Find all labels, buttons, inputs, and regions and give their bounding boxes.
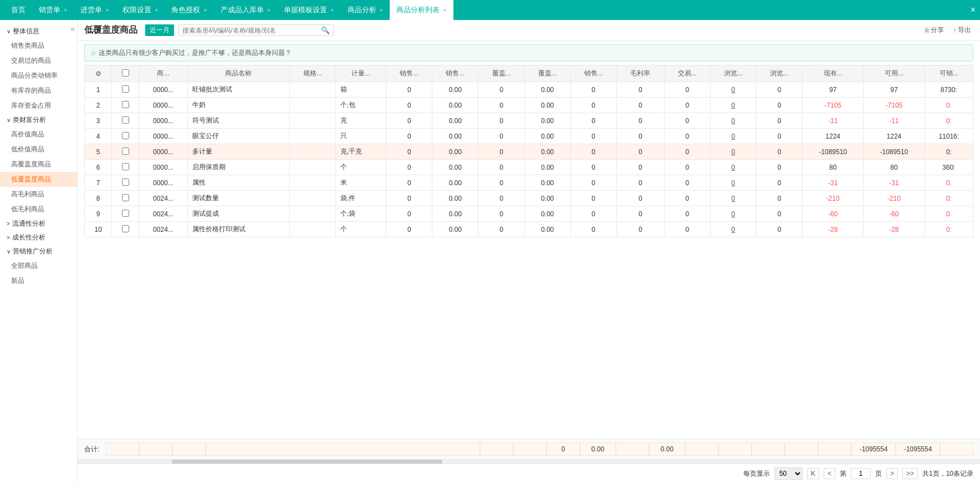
browse-link[interactable]: 0 [732,195,736,202]
sidebar-group-marketing[interactable]: ∨ 营销推广分析 [0,245,77,258]
row-stock-sale: 0: [925,191,973,206]
col-browse1[interactable]: 浏览... [710,65,756,82]
row-select-checkbox[interactable] [122,210,129,217]
sidebar-item-all-goods[interactable]: 全部商品 [0,258,77,273]
table-container[interactable]: ⚙ 商... 商品名称 规格... 计量... 销售... 销售... 覆盖..… [78,65,980,439]
browse-link[interactable]: 0 [732,133,736,140]
row-select-checkbox[interactable] [122,194,129,201]
browse-link[interactable]: 0 [732,210,736,218]
row-cover1: 0 [478,129,524,144]
select-all-checkbox[interactable] [122,69,129,77]
nav-purchase[interactable]: 进货单 × [74,0,115,20]
row-select-checkbox[interactable] [122,116,129,124]
col-sales-amt[interactable]: 销售... [432,65,478,82]
browse-link[interactable]: 0 [732,117,736,125]
table-row: 80024...测试数量袋,件00.0000.0000000-210-2100: [85,191,973,206]
nav-close-icon[interactable]: × [443,7,446,13]
nav-role[interactable]: 角色授权 × [165,0,213,20]
page-number-input[interactable] [851,468,871,479]
nav-close-icon[interactable]: × [330,7,334,13]
row-select-checkbox[interactable] [122,101,129,108]
row-select-checkbox[interactable] [122,163,129,170]
nav-permission[interactable]: 权限设置 × [116,0,165,20]
nav-close-icon[interactable]: × [267,7,270,13]
sidebar-group-growth[interactable]: > 成长性分析 [0,231,77,245]
col-gross-rate[interactable]: 毛利率 [616,65,664,82]
sidebar-item-stock-goods[interactable]: 有库存的商品 [0,83,77,98]
col-stock-now[interactable]: 现有... [803,65,864,82]
sidebar-item-high-gross[interactable]: 高毛利商品 [0,187,77,202]
col-coverage2[interactable]: 覆盖... [524,65,570,82]
nav-template[interactable]: 单据模板设置 × [277,0,340,20]
sidebar-item-high-coverage[interactable]: 高覆盖度商品 [0,157,77,172]
col-browse2[interactable]: 浏览... [756,65,802,82]
row-cover1: 0 [478,113,524,129]
time-filter-button[interactable]: 近一月 [145,24,174,36]
prev-page-button[interactable]: < [824,468,835,479]
sidebar-item-category-rate[interactable]: 商品分类动销率 [0,68,77,83]
col-code[interactable]: 商... [139,65,187,82]
sidebar-item-low-coverage[interactable]: 低覆盖度商品 [0,172,77,187]
search-icon[interactable]: 🔍 [321,26,330,34]
browse-link[interactable]: 0 [732,164,736,171]
row-cover1: 0 [478,191,524,206]
browse-link[interactable]: 0 [732,179,736,187]
browse-link[interactable]: 0 [732,226,736,233]
sidebar-item-high-value[interactable]: 高价值商品 [0,127,77,142]
row-select-checkbox[interactable] [122,85,129,93]
sidebar-item-low-gross[interactable]: 低毛利商品 [0,202,77,217]
sidebar-group-wealth[interactable]: ∨ 类财富分析 [0,113,77,127]
sidebar-collapse-button[interactable]: « [70,24,75,33]
nav-close-icon[interactable]: × [380,7,383,13]
nav-close-icon[interactable]: × [155,7,158,13]
export-button[interactable]: ↑ 导出 [951,24,973,36]
browse-link[interactable]: 0 [732,86,736,94]
col-sales-qty[interactable]: 销售... [386,65,432,82]
nav-close-icon[interactable]: × [64,7,67,13]
col-stock-avail[interactable]: 可用... [864,65,925,82]
sidebar-group-liquidity[interactable]: > 流通性分析 [0,217,77,231]
row-browse1: 0 [710,206,756,222]
col-name[interactable]: 商品名称 [187,65,289,82]
nav-home[interactable]: 首页 [4,0,32,20]
row-select-checkbox[interactable] [122,179,129,186]
col-coverage1[interactable]: 覆盖... [478,65,524,82]
nav-product-analysis[interactable]: 商品分析 × [341,0,390,20]
nav-product-analysis-list[interactable]: 商品分析列表 × [390,0,453,20]
col-settings[interactable]: ⚙ [85,65,112,82]
page-size-select[interactable]: 50 100 200 [774,467,803,480]
sidebar-item-traded-goods[interactable]: 交易过的商品 [0,53,77,68]
browse-link[interactable]: 0 [732,101,736,109]
col-unit[interactable]: 计量... [335,65,386,82]
col-stock-sale[interactable]: 可销... [925,65,973,82]
col-sales3[interactable]: 销售... [570,65,616,82]
row-select-checkbox[interactable] [122,132,129,139]
sidebar-item-sales-goods[interactable]: 销售类商品 [0,38,77,53]
col-trans[interactable]: 交易... [664,65,710,82]
row-stock-sale: 11016: [925,129,973,144]
sidebar-item-stock-capital[interactable]: 库存资金占用 [0,98,77,113]
next-page-button[interactable]: > [886,468,898,479]
browse-link[interactable]: 0 [732,148,736,156]
row-spec [289,160,335,175]
row-select-checkbox[interactable] [122,225,129,232]
nav-close-icon[interactable]: × [105,7,109,13]
col-spec[interactable]: 规格... [289,65,335,82]
settings-icon[interactable]: ⚙ [95,70,101,78]
nav-finished-goods[interactable]: 产成品入库单 × [214,0,277,20]
horizontal-scrollbar[interactable] [78,459,980,464]
search-input[interactable] [182,27,321,34]
share-button[interactable]: ⎘ 分享 [923,24,946,36]
row-stock-avail: -11 [864,113,925,129]
row-browse2: 0 [756,113,802,129]
row-select-checkbox[interactable] [122,148,129,155]
sidebar-group-overall[interactable]: ∨ 整体信息 [0,24,77,38]
nav-close-icon[interactable]: × [203,7,207,13]
sidebar-item-new-goods[interactable]: 新品 [0,273,77,288]
first-page-button[interactable]: K [807,468,819,479]
sidebar-item-low-value[interactable]: 低价值商品 [0,142,77,157]
nav-sales[interactable]: 销货单 × [32,0,74,20]
col-checkbox[interactable] [112,65,139,82]
last-page-button[interactable]: >> [902,468,918,479]
close-all-tabs-button[interactable]: × [971,5,976,15]
